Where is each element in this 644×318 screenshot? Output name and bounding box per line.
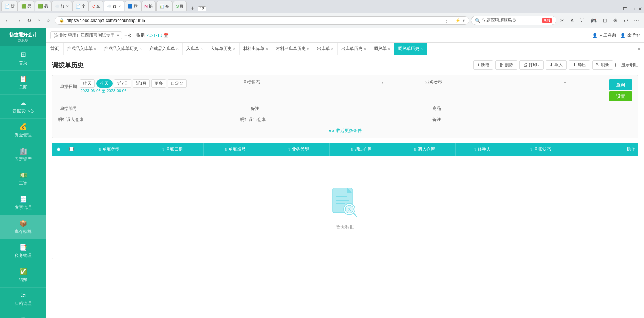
sidebar-item-finance[interactable]: 💰 资金管理 xyxy=(0,119,46,143)
sidebar-item-basic[interactable]: ⚙ 基础设置 xyxy=(0,311,46,318)
browser-tab[interactable]: 📄 新 xyxy=(1,1,18,11)
tab-close-icon-1[interactable]: ✕ xyxy=(94,47,97,51)
remark2-input[interactable] xyxy=(444,116,564,123)
home-button[interactable]: ⌂ xyxy=(35,16,42,25)
user-service[interactable]: 👤 人工咨询 xyxy=(592,32,616,38)
forward-button[interactable]: → xyxy=(14,16,23,25)
browser-tab[interactable]: 🟩 易 xyxy=(35,1,51,11)
sidebar-item-close[interactable]: ✅ 结账 xyxy=(0,263,46,288)
settings-col-header[interactable]: ⚙ xyxy=(52,143,65,156)
calendar-icon[interactable]: 📅 xyxy=(163,33,169,38)
sidebar-logo[interactable]: 畅捷通好会计 旗舰版 xyxy=(0,28,46,46)
settings-icon-btn[interactable]: ⚙ xyxy=(127,33,132,38)
page-tab-9[interactable]: 出库单历史 ✕ xyxy=(338,43,370,55)
page-tab-7[interactable]: 材料出库单历史 ✕ xyxy=(272,43,313,55)
goods-selector[interactable]: ... xyxy=(444,105,564,112)
page-tab-4[interactable]: 入库单 ✕ xyxy=(183,43,207,55)
address-bar[interactable]: 🔒 https://cloud.chanjet.com/accounting/u… xyxy=(55,16,469,25)
scissors-btn[interactable]: ✂ xyxy=(558,16,567,25)
show-detail-checkbox[interactable] xyxy=(615,63,620,67)
browser-tab[interactable]: 📄 个 xyxy=(72,1,89,11)
game-btn[interactable]: 🎮 xyxy=(589,16,599,25)
in-wh-col-header[interactable]: ⇅ 调入仓库 xyxy=(393,143,455,156)
type-col-header[interactable]: ⇅ 单账类型 xyxy=(78,143,141,156)
page-tab-home[interactable]: 首页 xyxy=(46,43,64,55)
tab-close-icon-8[interactable]: ✕ xyxy=(331,47,334,51)
browser-tab[interactable]: ☁️ 好 ✕ xyxy=(51,1,72,11)
table-settings-icon[interactable]: ⚙ xyxy=(56,147,60,152)
filter-settings-button[interactable]: 设置 xyxy=(609,91,632,101)
date-yesterday-btn[interactable]: 昨天 xyxy=(80,79,95,88)
shield-btn[interactable]: 🛡 xyxy=(578,16,587,25)
sidebar-item-home[interactable]: ⊞ 首页 xyxy=(0,46,46,71)
tab-close-icon-6[interactable]: ✕ xyxy=(266,47,268,51)
tab-close-icon-2[interactable]: ✕ xyxy=(139,47,142,51)
bookmark-button[interactable]: ☆ xyxy=(44,16,53,25)
user-avatar[interactable]: 👤 徐泽华 xyxy=(620,32,640,38)
tab-close-icon-10[interactable]: ✕ xyxy=(388,47,391,51)
browser-tab[interactable]: 📊 各 xyxy=(156,1,173,11)
sidebar-item-archive[interactable]: 🗂 归档管理 xyxy=(0,288,46,311)
show-detail-label[interactable]: 显示明细 xyxy=(615,62,638,68)
new-button[interactable]: + 新增 xyxy=(473,60,493,70)
export-button[interactable]: ⬆ 导出 xyxy=(569,60,590,70)
select-all-checkbox[interactable] xyxy=(69,147,74,151)
add-company-button[interactable]: + xyxy=(124,32,127,39)
voucher-no-input[interactable] xyxy=(80,105,201,112)
sidebar-item-reports[interactable]: ☁ 云报表中心 xyxy=(0,95,46,119)
print-dropdown[interactable]: 🖨 打印 ▾ xyxy=(519,60,544,70)
date-today-btn[interactable]: 今天 xyxy=(96,79,113,88)
browser-tab[interactable]: C 企 xyxy=(89,1,103,11)
detail-in-selector[interactable]: ... xyxy=(86,116,207,123)
query-button[interactable]: 查询 xyxy=(609,79,632,90)
grid-btn[interactable]: ⊞ xyxy=(601,16,609,25)
tab-close-icon-4[interactable]: ✕ xyxy=(200,47,203,51)
no-col-header[interactable]: ⇅ 单账编号 xyxy=(204,143,267,156)
browser-tab[interactable]: S 目 xyxy=(173,1,187,11)
tab-close-6[interactable]: ✕ xyxy=(118,5,121,8)
back-button[interactable]: ← xyxy=(3,16,12,25)
page-tab-8[interactable]: 出库单 ✕ xyxy=(313,43,338,55)
close-all-icon[interactable]: ✕ xyxy=(637,46,641,52)
window-minimize-button[interactable]: — xyxy=(629,6,633,11)
browser-tab-active[interactable]: ☁️ 好 ✕ xyxy=(104,1,124,11)
date-7days-btn[interactable]: 近7天 xyxy=(114,79,131,88)
status-filter-select[interactable]: ▾ xyxy=(263,80,383,85)
browser-tab[interactable]: 🟩 易 xyxy=(18,1,34,11)
date-more-btn[interactable]: 更多 xyxy=(151,79,166,88)
settings-browser-btn[interactable]: ⋯ xyxy=(632,16,641,25)
sidebar-item-ledger[interactable]: 📋 总账 xyxy=(0,71,46,95)
tab-close-icon-3[interactable]: ✕ xyxy=(176,47,179,51)
reload-button[interactable]: ↻ xyxy=(25,16,33,25)
date-col-header[interactable]: ⇅ 单账日期 xyxy=(141,143,203,156)
page-tab-1[interactable]: 产成品入库单 ✕ xyxy=(64,43,100,55)
sidebar-item-invoice[interactable]: 🧾 发票管理 xyxy=(0,191,46,215)
browser-tab[interactable]: 🟦 腾 xyxy=(125,1,141,11)
biz-type-filter-select[interactable]: ▾ xyxy=(445,80,566,85)
tab-close-icon-9[interactable]: ✕ xyxy=(364,47,366,51)
detail-out-selector[interactable]: ... xyxy=(268,116,389,123)
date-custom-btn[interactable]: 自定义 xyxy=(168,79,187,88)
translate-btn[interactable]: A xyxy=(568,16,576,25)
history-btn[interactable]: ↩ xyxy=(622,16,630,25)
new-tab-button[interactable]: + xyxy=(189,5,196,11)
sidebar-item-tax[interactable]: 📑 税务管理 xyxy=(0,239,46,263)
tab-close-icon-5[interactable]: ✕ xyxy=(233,47,236,51)
tab-close-icon-7[interactable]: ✕ xyxy=(307,47,310,51)
window-maximize-button[interactable]: □ xyxy=(634,6,637,11)
window-close-button[interactable]: ✕ xyxy=(638,6,642,11)
theme-btn[interactable]: ☀ xyxy=(611,16,620,25)
page-tab-2[interactable]: 产成品入库单历史 ✕ xyxy=(100,43,146,55)
checkbox-col-header[interactable] xyxy=(65,143,78,156)
remark-input[interactable] xyxy=(262,105,383,112)
search-bar[interactable]: 🔍 学霸应聘场驱鸟员 热搜 xyxy=(471,16,556,25)
biz-type-col-header[interactable]: ⇅ 业务类型 xyxy=(267,143,329,156)
tab-close-icon-11[interactable]: ✕ xyxy=(420,47,423,51)
browser-tab[interactable]: M 畅 xyxy=(141,1,156,11)
date-1month-btn[interactable]: 近1月 xyxy=(133,79,150,88)
refresh-button[interactable]: ↻ 刷新 xyxy=(592,60,613,70)
sidebar-item-assets[interactable]: 🏢 固定资产 xyxy=(0,143,46,167)
status-col-header[interactable]: ⇅ 单账状态 xyxy=(509,143,572,156)
import-button[interactable]: ⬇ 导入 xyxy=(546,60,567,70)
sidebar-item-inventory[interactable]: 📦 库存核算 xyxy=(0,215,46,239)
